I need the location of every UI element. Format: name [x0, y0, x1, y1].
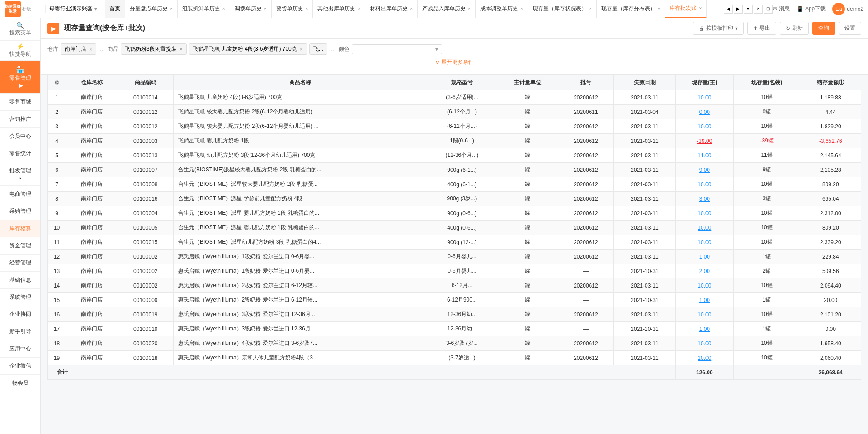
- product-tag-more[interactable]: 飞...: [309, 43, 327, 55]
- sidebar-item-purchase[interactable]: 采购管理: [0, 203, 40, 220]
- tab-close-8[interactable]: ×: [520, 6, 523, 11]
- sidebar-item-wholesale[interactable]: 批发管理 ▾: [0, 162, 40, 186]
- table-row: 19 南岸门店 00100018 惠氏启赋（Wyeth illuma）亲和人体儿…: [48, 351, 861, 365]
- tab-menu[interactable]: ▾: [744, 5, 753, 14]
- sidebar-item-marketing[interactable]: 营销推广: [0, 111, 40, 128]
- tab-close-4[interactable]: ×: [306, 6, 308, 11]
- col-qty-main: 现存量(主): [675, 75, 733, 90]
- tab-close-1[interactable]: ×: [170, 6, 173, 11]
- tab-close-11[interactable]: ×: [699, 6, 702, 11]
- sidebar-item-enterprise[interactable]: 企业协同: [0, 306, 40, 323]
- retail-icon: 🏪: [2, 65, 38, 74]
- sidebar-item-app-center[interactable]: 应用中心: [0, 340, 40, 358]
- sidebar-item-member2[interactable]: 畅会员: [0, 375, 40, 392]
- refresh-icon: ↻: [786, 25, 790, 32]
- account-dropdown[interactable]: 母婴行业演示账套 ▾: [45, 5, 101, 13]
- product-more[interactable]: ...: [330, 46, 334, 52]
- table-row: 2 南岸门店 00100012 飞鹤星飞帆 较大婴儿配方奶粉 2段(6-12个月…: [48, 105, 861, 119]
- sidebar-item-management[interactable]: 经营管理: [0, 255, 40, 272]
- query-button[interactable]: 查询: [812, 22, 835, 35]
- sidebar-item-system[interactable]: 系统管理: [0, 289, 40, 306]
- tab-2[interactable]: 组装拆卸单历史 ×: [178, 0, 230, 18]
- footer-total-qty: 126.00: [675, 365, 733, 380]
- table-wrapper: ⚙ 仓库名称 商品编码 商品名称 规格型号 主计量单位 批号 失效日期 现存量(…: [41, 75, 868, 434]
- expand-more-button[interactable]: ∨ 展开更多条件: [47, 58, 861, 66]
- page-title: 现存量查询(按仓库+批次): [64, 24, 145, 33]
- product-tag-2[interactable]: 飞鹤星飞帆 儿童奶粉 4段(3-6岁适用) 700克 ×: [189, 43, 307, 55]
- tab-7[interactable]: 产成品入库单历史 ×: [418, 0, 476, 18]
- sidebar-search[interactable]: 🔍 搜索英单: [0, 18, 40, 41]
- back-button[interactable]: ▶: [47, 23, 59, 34]
- tab-prev[interactable]: ◀: [724, 5, 733, 14]
- tab-5[interactable]: 其他出库单历史 ×: [313, 0, 365, 18]
- page-header: ▶ 现存量查询(按仓库+批次) 🖨 按模板打印 ▾ ⬆ 导出 ↻ 刷新: [41, 18, 868, 39]
- color-input[interactable]: ▾: [352, 44, 442, 54]
- tab-next[interactable]: ▶: [734, 5, 743, 14]
- sidebar-quick-nav[interactable]: ⚡ 快捷导航: [0, 41, 40, 61]
- tab-close-7[interactable]: ×: [468, 6, 471, 11]
- col-code: 商品编码: [118, 75, 173, 90]
- print-button[interactable]: 🖨 按模板打印 ▾: [693, 22, 744, 35]
- tab-11[interactable]: 库存批次账 ×: [665, 0, 707, 18]
- app-icon: 📱: [797, 6, 803, 12]
- sidebar-item-guide[interactable]: 新手引导: [0, 323, 40, 340]
- tab-close-9[interactable]: ×: [589, 6, 592, 11]
- sidebar-item-retail-mall[interactable]: 零售商城: [0, 94, 40, 111]
- top-right: ✉ 消息 📱 App下载 Ea demo2: [773, 3, 863, 15]
- export-icon: ⬆: [753, 25, 758, 32]
- table-row: 6 南岸门店 00100007 合生元(BIOSTIME)派星较大婴儿配方奶粉 …: [48, 163, 861, 177]
- top-bar: 畅捷通好生意 标版 母婴行业演示账套 ▾ 首页 分量盘点单历史 × 组装拆卸单历…: [0, 0, 868, 18]
- tab-close-2[interactable]: ×: [222, 6, 225, 11]
- tabs-area: 首页 分量盘点单历史 × 组装拆卸单历史 × 调拨单历史 × 要货单历史 × 其…: [105, 0, 724, 18]
- print-icon: 🖨: [699, 25, 704, 32]
- tab-3[interactable]: 调拨单历史 ×: [230, 0, 272, 18]
- sidebar-item-retail[interactable]: 🏪 零售管理 ▶: [0, 61, 40, 94]
- tab-close-5[interactable]: ×: [358, 6, 360, 11]
- table-row: 8 南岸门店 00100016 合生元（BIOSTIME）派星 学龄前儿童配方奶…: [48, 192, 861, 206]
- message-button[interactable]: ✉ 消息: [773, 5, 790, 13]
- chevron-down-icon: ▾: [435, 46, 438, 52]
- settings-button[interactable]: 设置: [839, 22, 861, 35]
- tab-home[interactable]: 首页: [105, 0, 125, 18]
- sidebar-item-inventory[interactable]: 库存核算: [0, 220, 40, 237]
- tab-close-10[interactable]: ×: [658, 6, 660, 11]
- tab-8[interactable]: 成本调整单历史 ×: [476, 0, 528, 18]
- sidebar-item-ecommerce[interactable]: 电商管理: [0, 186, 40, 203]
- product-tag-1[interactable]: 飞鹤奶粉3段闲置提装 ×: [121, 43, 187, 55]
- header-actions: 🖨 按模板打印 ▾ ⬆ 导出 ↻ 刷新 查询 设置: [693, 22, 861, 35]
- table-row: 11 南岸门店 00100015 合生元（BIOSTIME）派星幼儿配方奶粉 3…: [48, 235, 861, 250]
- tab-9[interactable]: 现存量（库存状况表） ×: [528, 0, 597, 18]
- tab-navigation: ◀ ▶ ▾ × ⊡: [724, 5, 773, 14]
- col-qty-pkg: 现存量(包装): [733, 75, 800, 90]
- user-profile[interactable]: Ea demo2: [832, 3, 863, 15]
- table-row: 9 南岸门店 00100004 合生元（BIOSTIME）派星 婴儿配方奶粉 1…: [48, 206, 861, 221]
- tab-close-3[interactable]: ×: [264, 6, 267, 11]
- app-download-button[interactable]: 📱 App下载: [797, 5, 826, 13]
- sidebar-item-member[interactable]: 会员中心: [0, 128, 40, 145]
- tab-expand[interactable]: ⊡: [764, 5, 773, 14]
- logo-sub: 标版: [22, 6, 31, 12]
- warehouse-more[interactable]: ...: [99, 46, 103, 52]
- col-settings[interactable]: ⚙: [48, 75, 66, 90]
- refresh-button[interactable]: ↻ 刷新: [780, 22, 809, 35]
- product-tag-1-close[interactable]: ×: [179, 46, 183, 52]
- tab-6[interactable]: 材料出库单历史 ×: [365, 0, 418, 18]
- sidebar-item-basics[interactable]: 基础信息: [0, 272, 40, 289]
- sidebar-item-retail-stats[interactable]: 零售统计: [0, 145, 40, 162]
- tab-1[interactable]: 分量盘点单历史 ×: [125, 0, 178, 18]
- data-table: ⚙ 仓库名称 商品编码 商品名称 规格型号 主计量单位 批号 失效日期 现存量(…: [47, 75, 861, 380]
- tab-10[interactable]: 现存量（库存分布表） ×: [597, 0, 665, 18]
- export-button[interactable]: ⬆ 导出: [747, 22, 776, 35]
- sidebar-item-wechat[interactable]: 企业微信: [0, 358, 40, 375]
- tab-4[interactable]: 要货单历史 ×: [272, 0, 313, 18]
- footer-label: 合计: [48, 365, 676, 380]
- warehouse-tag-close[interactable]: ×: [89, 46, 92, 52]
- sidebar-item-finance[interactable]: 资金管理: [0, 237, 40, 255]
- tab-close-all[interactable]: ×: [754, 5, 763, 14]
- tab-close-6[interactable]: ×: [410, 6, 413, 11]
- sidebar: 🔍 搜索英单 ⚡ 快捷导航 🏪 零售管理 ▶ 零售商城 营销推广 会员中心 零售…: [0, 18, 41, 434]
- col-name: 商品名称: [174, 75, 427, 90]
- gear-icon[interactable]: ⚙: [54, 80, 59, 86]
- product-tag-2-close[interactable]: ×: [300, 46, 303, 52]
- warehouse-tag[interactable]: 南岸门店 ×: [61, 43, 96, 55]
